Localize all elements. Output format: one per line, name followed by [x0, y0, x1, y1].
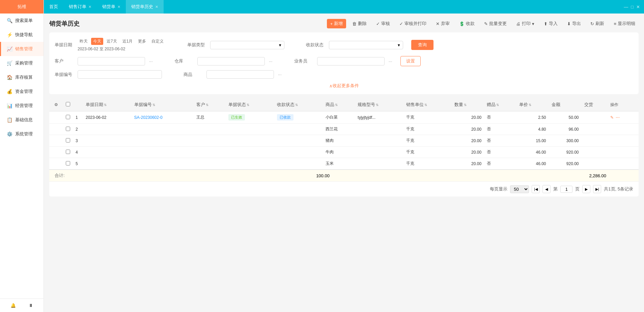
filter-warehouse-dots[interactable]: ··· — [269, 59, 273, 64]
cell-doc-no[interactable] — [132, 124, 194, 135]
row-checkbox[interactable] — [66, 161, 70, 165]
sidebar-item-operations[interactable]: 📊 经营管理 — [0, 99, 44, 113]
print-button[interactable]: 🖨 打印 ▾ — [513, 19, 538, 28]
col-spec[interactable]: 规格型号⇅ — [355, 98, 403, 111]
minimize-icon[interactable]: — — [624, 4, 628, 9]
sidebar-item-basic-info[interactable]: 📋 基础信息 — [0, 113, 44, 127]
cell-checkbox[interactable] — [63, 158, 73, 170]
tab-sales-history-close[interactable]: ✕ — [155, 5, 158, 9]
row-checkbox[interactable] — [66, 138, 70, 142]
prev-page-button[interactable]: ◀ — [542, 185, 551, 193]
col-quantity[interactable]: 数量⇅ — [452, 98, 484, 111]
cell-doc-no[interactable] — [132, 158, 194, 170]
sidebar-item-inventory[interactable]: 🏠 库存核算 — [0, 70, 44, 84]
date-shortcut-yesterday[interactable]: 昨天 — [78, 38, 90, 45]
set-button[interactable]: 设置 — [400, 56, 421, 66]
sidebar-item-quick-nav[interactable]: ⚡ 快捷导航 — [0, 28, 44, 42]
collect-button[interactable]: 💲 收款 — [456, 19, 478, 28]
cell-doc-no[interactable] — [132, 135, 194, 147]
tab-sales-order[interactable]: 销售订单 ✕ — [63, 0, 97, 14]
current-page-input[interactable]: 1 — [560, 186, 572, 193]
col-gift[interactable]: 赠品⇅ — [484, 98, 516, 111]
col-amount[interactable]: 金额 — [549, 98, 582, 111]
col-checkbox[interactable] — [63, 98, 73, 111]
col-date[interactable]: 单据日期⇅ — [83, 98, 132, 111]
date-shortcut-7days[interactable]: 近7天 — [105, 38, 119, 45]
sidebar-item-sales-mgmt[interactable]: 📈 销售管理 — [0, 42, 44, 56]
cell-checkbox[interactable] — [63, 124, 73, 135]
filter-card: 单据日期 昨天 今天 近7天 近1月 更多 自定义 2023-06-02 至 2… — [49, 32, 639, 94]
refresh-button[interactable]: ↻ 刷新 — [587, 19, 608, 28]
cell-doc-status: 已生效 — [226, 111, 274, 124]
first-page-button[interactable]: |◀ — [532, 185, 540, 193]
abandon-button[interactable]: ✕ 弃审 — [432, 19, 453, 28]
filter-salesperson-input[interactable] — [317, 57, 385, 66]
close-icon[interactable]: ✕ — [636, 4, 640, 9]
cell-doc-no[interactable] — [132, 147, 194, 158]
col-unit-price[interactable]: 单价⇅ — [516, 98, 549, 111]
cell-row-no: 3 — [73, 135, 83, 147]
collapse-button[interactable]: ∧ 收起更多条件 — [55, 83, 633, 89]
row-checkbox[interactable] — [66, 115, 70, 119]
col-settings[interactable]: ⚙ — [49, 98, 63, 111]
row-checkbox[interactable] — [66, 127, 70, 131]
date-shortcut-custom[interactable]: 自定义 — [149, 38, 166, 45]
col-payment-status[interactable]: 收款状态⇅ — [274, 98, 323, 111]
edit-action-button[interactable]: ✎ — [610, 115, 614, 120]
tab-home[interactable]: 首页 — [44, 0, 63, 14]
sidebar-item-search-menu[interactable]: 🔍 搜索菜单 — [0, 14, 44, 28]
date-shortcut-more[interactable]: 更多 — [136, 38, 148, 45]
new-button[interactable]: + 新增 — [327, 19, 346, 28]
next-page-button[interactable]: ▶ — [582, 185, 590, 193]
date-shortcut-1month[interactable]: 近1月 — [120, 38, 135, 45]
audit-button[interactable]: ✓ 审核 — [373, 19, 393, 28]
sidebar-bottom-icon2[interactable]: ⏸ — [29, 303, 33, 308]
batch-change-button[interactable]: ✎ 批量变更 — [481, 19, 510, 28]
date-shortcut-today[interactable]: 今天 — [91, 38, 103, 45]
sidebar-bottom-icon1[interactable]: 🔔 — [10, 303, 16, 308]
filter-warehouse-input[interactable] — [197, 57, 265, 66]
audit-print-button[interactable]: ✓ 审核并打印 — [396, 19, 430, 28]
filter-payment-status-select[interactable]: ▾ — [329, 41, 403, 49]
col-unit[interactable]: 销售单位⇅ — [403, 98, 452, 111]
maximize-icon[interactable]: □ — [631, 4, 634, 9]
filter-doc-type-select[interactable]: ▾ — [210, 41, 284, 49]
page-size-select[interactable]: 50 100 200 — [510, 185, 529, 193]
refresh-label: 刷新 — [595, 21, 604, 27]
select-all-checkbox[interactable] — [66, 102, 70, 106]
query-button[interactable]: 查询 — [411, 40, 433, 50]
filter-doc-no-input[interactable] — [78, 70, 162, 79]
cell-goods: 玉米 — [323, 158, 355, 170]
cell-doc-no[interactable]: SA-20230602-0 — [132, 111, 194, 124]
sidebar-item-system-mgmt[interactable]: ⚙️ 系统管理 — [0, 127, 44, 141]
tab-sales-order-close[interactable]: ✕ — [88, 5, 91, 9]
filter-customer-dots[interactable]: ··· — [149, 59, 153, 64]
col-doc-status[interactable]: 单据状态⇅ — [226, 98, 274, 111]
filter-salesperson-dots[interactable]: ··· — [389, 59, 392, 64]
tab-sales-goods[interactable]: 销货单 ✕ — [97, 0, 126, 14]
col-goods[interactable]: 商品⇅ — [323, 98, 355, 111]
more-action-button[interactable]: ⋯ — [616, 115, 620, 120]
footer-total-amount: 2,286.00 — [589, 173, 606, 178]
last-page-button[interactable]: ▶| — [593, 185, 601, 193]
filter-goods-input[interactable] — [206, 70, 274, 79]
goods-sort-icon: ⇅ — [335, 103, 338, 107]
cell-checkbox[interactable] — [63, 147, 73, 158]
tab-sales-history[interactable]: 销货单历史 ✕ — [126, 0, 164, 14]
delete-button[interactable]: 🗑 删除 — [349, 19, 370, 28]
cell-checkbox[interactable] — [63, 111, 73, 124]
export-button[interactable]: ⬇ 导出 — [564, 19, 584, 28]
sidebar-item-finance[interactable]: 💰 资金管理 — [0, 84, 44, 99]
tab-sales-goods-close[interactable]: ✕ — [117, 5, 120, 9]
col-customer[interactable]: 客户⇅ — [194, 98, 226, 111]
filter-customer-input[interactable] — [78, 57, 145, 66]
filter-goods-dots[interactable]: ··· — [278, 72, 282, 77]
cell-checkbox[interactable] — [63, 135, 73, 147]
filter-doc-no-label: 单据编号 — [55, 72, 75, 78]
row-checkbox[interactable] — [66, 150, 70, 154]
col-doc-no[interactable]: 单据编号⇅ — [132, 98, 194, 111]
import-button[interactable]: ⬆ 导入 — [540, 19, 561, 28]
show-detail-button[interactable]: ≡ 显示明细 — [610, 19, 639, 28]
sidebar-item-purchase-mgmt[interactable]: 🛒 采购管理 — [0, 56, 44, 70]
col-transaction[interactable]: 交货 — [582, 98, 608, 111]
